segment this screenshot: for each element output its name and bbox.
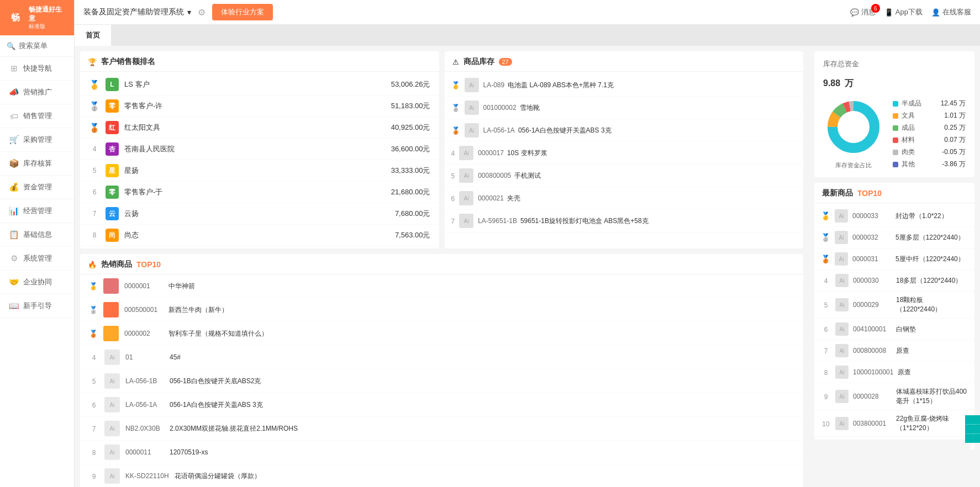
customer-amount: 21,680.00元	[391, 187, 430, 197]
customer-avatar: 零	[106, 186, 119, 199]
new-product-item[interactable]: 🥉 Ai 0000031 5厘中纤（1220*2440）	[814, 248, 974, 270]
live-broadcast-btn[interactable]: 直播	[965, 434, 980, 443]
product-thumb	[103, 302, 119, 317]
new-product-item[interactable]: 10 Ai 003800001 22g鱼豆腐-烧烤味（1*12*20）	[814, 410, 974, 437]
np-rank: 🥉	[821, 255, 830, 263]
hot-product-item[interactable]: 7 Ai NB2.0X30B 2.0X30MM双搓花轴.搓花直径2.1MM/RO…	[80, 417, 803, 441]
np-name: 体城嘉枝味苏打饮品400毫升（1*15）	[896, 387, 968, 406]
nav-icon-basic: 📋	[9, 230, 19, 240]
sidebar-item-marketing[interactable]: 📣 营销推广	[0, 81, 74, 104]
sidebar-item-guide[interactable]: 📖 新手引导	[0, 294, 74, 318]
alert-item-info: LA-089电池盖 LA-089 ABS本色+黑种 7.1克	[483, 81, 797, 90]
nav-label-purchase: 采购管理	[23, 135, 52, 145]
hot-product-item[interactable]: 🥈 000500001 新西兰牛肉（新牛）	[80, 298, 803, 322]
legend-value: 0.25 万	[944, 123, 966, 133]
settings-icon[interactable]: ⚙	[198, 7, 206, 18]
customer-avatar: 星	[106, 164, 119, 177]
customer-rank-item[interactable]: 🥈 零 零售客户-许 51,183.00元	[80, 96, 439, 117]
alert-item-rank: 6	[451, 194, 455, 203]
customer-amount: 36,600.00元	[391, 144, 430, 154]
customer-rank-item[interactable]: 8 尚 尚态 7,563.00元	[80, 225, 439, 246]
legend-value: -3.86 万	[942, 160, 966, 169]
sidebar-item-company[interactable]: 🤝 企业协同	[0, 271, 74, 294]
customer-rank-item[interactable]: 6 零 零售客户-于 21,680.00元	[80, 182, 439, 203]
alert-item-rank: 7	[451, 217, 455, 225]
new-product-item[interactable]: 9 Ai 0000028 体城嘉枝味苏打饮品400毫升（1*15）	[814, 383, 974, 410]
np-thumb: Ai	[835, 209, 848, 223]
hot-product-item[interactable]: 8 Ai 0000011 12070519-xs	[80, 441, 803, 464]
np-thumb: Ai	[835, 252, 848, 266]
main-area: 🏆 客户销售额排名 🥇 L LS 客户 53,006.26元🥈 零 零售客户-许…	[75, 46, 980, 487]
legend-item: 其他 -3.86 万	[893, 160, 966, 169]
tab-home[interactable]: 首页	[75, 25, 111, 46]
new-products-title: 最新商品	[822, 188, 853, 198]
new-product-item[interactable]: 7 Ai 000800008 原查	[814, 340, 974, 362]
ranking-icon: 🏆	[88, 58, 97, 66]
search-menu[interactable]: 🔍 搜索菜单	[0, 35, 74, 57]
trial-button[interactable]: 体验行业方案	[212, 4, 273, 20]
nav-label-system: 系统管理	[23, 253, 52, 263]
legend-item: 材料 0.07 万	[893, 135, 966, 145]
np-name: 5厘多层（1220*2440）	[895, 233, 968, 242]
app-download-button[interactable]: 📱 App下载	[884, 7, 923, 17]
online-service-button[interactable]: 👤 在线客服	[931, 7, 971, 17]
service-community-btn[interactable]: 服务社区	[965, 425, 980, 434]
sidebar-item-sales[interactable]: 🏷 销售管理	[0, 104, 74, 128]
customer-service-btn[interactable]: 客服热线	[965, 415, 980, 425]
nav-label-finance: 资金管理	[23, 182, 52, 192]
np-code: 003800001	[853, 420, 892, 427]
sidebar-item-purchase[interactable]: 🛒 采购管理	[0, 128, 74, 152]
system-title[interactable]: 装备及固定资产辅助管理系统 ▾	[83, 7, 191, 17]
new-product-item[interactable]: 8 Ai 10000100001 原查	[814, 362, 974, 383]
customer-rank-item[interactable]: 4 杏 苍南县人民医院 36,600.00元	[80, 139, 439, 160]
customer-amount: 33,333.00元	[391, 166, 430, 176]
product-thumb	[103, 278, 119, 294]
legend-item: 成品 0.25 万	[893, 123, 966, 133]
inventory-alert-item[interactable]: 4 Ai 000001710S 变料罗浆	[445, 142, 804, 165]
sidebar-item-finance[interactable]: 💰 资金管理	[0, 176, 74, 199]
product-code: KK-SD22110H	[125, 472, 169, 480]
new-product-item[interactable]: 🥇 Ai 0000033 封边带（1.0*22）	[814, 205, 974, 227]
inventory-alert-item[interactable]: 7 Ai LA-59651-1B59651-1B旋转投影灯电池盒 ABS黑色+5…	[445, 210, 804, 232]
nav-icon-sales: 🏷	[9, 111, 19, 121]
inventory-alert-item[interactable]: 6 Ai 0000021夹壳	[445, 187, 804, 210]
product-code: LA-056-1B	[125, 377, 164, 385]
sidebar-item-quick-nav[interactable]: ⊞ 快捷导航	[0, 57, 74, 81]
new-product-item[interactable]: 4 Ai 0000030 18多层（1220*2440）	[814, 270, 974, 292]
donut-chart-svg	[823, 97, 884, 157]
legend-value: 1.01 万	[944, 111, 966, 120]
service-icon: 👤	[931, 8, 940, 17]
hot-product-item[interactable]: 4 Ai 01 45#	[80, 346, 803, 369]
customer-rank-item[interactable]: 7 云 云扬 7,680.00元	[80, 203, 439, 225]
new-products-top: TOP10	[857, 189, 882, 198]
new-product-item[interactable]: 🥈 Ai 0000032 5厘多层（1220*2440）	[814, 227, 974, 248]
new-product-item[interactable]: 6 Ai 004100001 白钢垫	[814, 319, 974, 340]
inventory-alert-item[interactable]: 5 Ai 000800005手机测试	[445, 165, 804, 187]
np-thumb: Ai	[835, 298, 849, 311]
inventory-alert-item[interactable]: 🥉 Ai LA-056-1A056-1A白色按键开关盖ABS 3克	[445, 119, 804, 142]
hot-rank: 9	[89, 472, 99, 480]
hot-product-item[interactable]: 6 Ai LA-056-1A 056-1A白色按键开关盖ABS 3克	[80, 393, 803, 417]
nav-label-marketing: 营销推广	[23, 87, 52, 97]
sidebar-item-operation[interactable]: 📊 经营管理	[0, 199, 74, 223]
sidebar-logo[interactable]: 畅 畅捷通好生意 标准版	[0, 0, 74, 35]
customer-rank-item[interactable]: 🥉 红 红太阳文具 40,925.00元	[80, 117, 439, 139]
hot-product-item[interactable]: 9 Ai KK-SD22110H 花语萌偶温分罐罐袋（厚款）	[80, 464, 803, 487]
sidebar-item-system[interactable]: ⚙ 系统管理	[0, 247, 74, 271]
np-rank: 8	[821, 368, 831, 377]
inventory-alert-item[interactable]: 🥈 Ai 001000002雪地靴	[445, 97, 804, 119]
customer-rank-item[interactable]: 5 星 星扬 33,333.00元	[80, 160, 439, 182]
customer-rank-item[interactable]: 🥇 L LS 客户 53,006.26元	[80, 74, 439, 96]
sidebar-item-inventory[interactable]: 📦 库存核算	[0, 152, 74, 176]
message-button[interactable]: 💬 消息 6	[850, 7, 876, 17]
product-name: 056-1B白色按键开关底ABS2克	[170, 377, 794, 386]
hot-product-item[interactable]: 5 Ai LA-056-1B 056-1B白色按键开关底ABS2克	[80, 369, 803, 393]
hot-product-item[interactable]: 🥇 0000001 中华神箭	[80, 274, 803, 298]
sidebar-item-basic[interactable]: 📋 基础信息	[0, 223, 74, 247]
main-content: 首页 🏆 客户销售额排名 🥇 L LS 客户 53,00	[75, 25, 980, 487]
hot-products-top: TOP10	[136, 260, 161, 269]
product-name: 智利车子里（规格不知道填什么）	[168, 329, 794, 338]
hot-product-item[interactable]: 🥉 0000002 智利车子里（规格不知道填什么）	[80, 322, 803, 346]
new-product-item[interactable]: 5 Ai 0000029 18颗粒板（1220*2440）	[814, 292, 974, 319]
inventory-alert-item[interactable]: 🥇 Ai LA-089电池盖 LA-089 ABS本色+黑种 7.1克	[445, 74, 804, 97]
